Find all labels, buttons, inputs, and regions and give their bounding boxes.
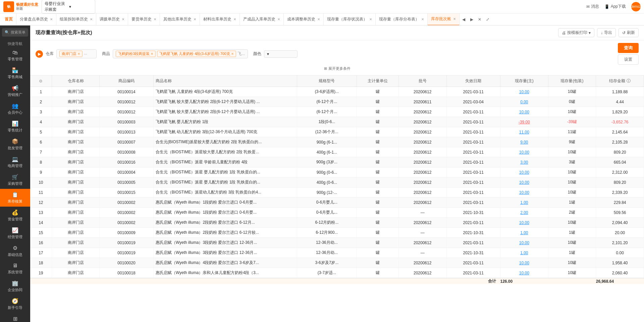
- tab-material-out[interactable]: 材料出库单历史 ✕: [200, 13, 240, 25]
- warehouse-tag-text: 南岸门店: [62, 51, 76, 56]
- cell-stock-main[interactable]: 9.00: [500, 137, 548, 147]
- cell-warehouse: 南岸门店: [52, 87, 100, 97]
- cell-stock-main[interactable]: 3.00: [500, 157, 548, 167]
- cell-stock-main[interactable]: 0.00: [500, 97, 548, 107]
- tab-close-icon[interactable]: ✕: [421, 17, 424, 21]
- tab-close-icon[interactable]: ✕: [369, 17, 372, 21]
- cell-stock-main[interactable]: 10.00: [500, 167, 548, 177]
- warehouse-tag-close-icon[interactable]: ✕: [77, 52, 80, 56]
- tab-prev-button[interactable]: ◀: [460, 13, 468, 25]
- sidebar-item-apps[interactable]: ⊞ 应用中心: [0, 313, 30, 322]
- filter-toggle-button[interactable]: ▶: [36, 50, 43, 58]
- filter-expand-row[interactable]: ⊞ 展开更多条件: [36, 65, 639, 72]
- cell-stock-main[interactable]: 10.00: [500, 268, 548, 278]
- sidebar-item-retail-shop[interactable]: 🏪 零售商城: [0, 64, 30, 82]
- message-button[interactable]: ✉ 消息: [586, 4, 599, 9]
- cell-stock-main[interactable]: 1.00: [500, 198, 548, 208]
- cell-stock-main[interactable]: 1.00: [500, 248, 548, 258]
- cell-stock-main[interactable]: 2.00: [500, 208, 548, 218]
- tab-close-icon[interactable]: ✕: [90, 17, 93, 21]
- sidebar-item-wholesale[interactable]: 📦 批发管理: [0, 136, 30, 153]
- table-row: 8 南岸门店 00100016 合生元（BIOSTIME）派星 学龄前儿童配方奶…: [30, 157, 644, 167]
- tab-fullscreen-button[interactable]: ⤢: [484, 13, 492, 25]
- color-filter-input[interactable]: ▾: [264, 50, 298, 58]
- workspace-selector[interactable]: 母婴行业演示账套 ▾: [42, 0, 95, 14]
- product-tag-close-icon[interactable]: ✕: [231, 52, 234, 56]
- cell-stock-main[interactable]: 10.00: [500, 187, 548, 198]
- tab-stock-dist[interactable]: 现存量（库存分布表） ✕: [376, 13, 428, 25]
- sidebar-item-label: 会员中心: [8, 110, 22, 115]
- sidebar-item-member[interactable]: 👥 会员中心: [0, 100, 30, 118]
- refresh-button[interactable]: ↺ 刷新: [619, 28, 639, 37]
- page-title: 现存量查询(按仓库+批次): [36, 30, 92, 36]
- sidebar-item-retail-stats[interactable]: 📊 零售统计: [0, 118, 30, 136]
- tab-label: 调拨单历史: [100, 16, 120, 22]
- product-tag-close-icon[interactable]: ✕: [151, 52, 153, 56]
- marketing-icon: 📢: [12, 85, 18, 91]
- cell-stock-main[interactable]: 10.00: [500, 177, 548, 187]
- export-button[interactable]: ↓ 导出: [597, 28, 616, 37]
- tab-other-out[interactable]: 其他出库单历史 ✕: [160, 13, 200, 25]
- query-button[interactable]: 查询: [618, 43, 639, 53]
- sidebar-item-inventory[interactable]: 📋 库存核算: [0, 189, 30, 207]
- cell-stock-main[interactable]: 10.00: [500, 238, 548, 248]
- tab-split-history[interactable]: 分量盘点单历史 ✕: [16, 13, 56, 25]
- tab-mix[interactable]: 调拨单历史 ✕: [96, 13, 128, 25]
- tab-product-in[interactable]: 产成品入库单历史 ✕: [240, 13, 284, 25]
- setting-icon[interactable]: ⚙: [39, 79, 43, 84]
- sidebar-item-purchase[interactable]: 🛒 采购管理: [0, 171, 30, 189]
- template-print-button[interactable]: 🖨 按模板打印 ▾: [558, 28, 594, 37]
- sidebar-item-enterprise[interactable]: 🏢 企业协同: [0, 277, 30, 295]
- user-avatar[interactable]: demo2: [631, 2, 641, 11]
- cell-stock-main[interactable]: 10.00: [500, 147, 548, 157]
- sidebar-item-marketing[interactable]: 📢 营销推广: [0, 82, 30, 100]
- tab-label: 库存批次账: [431, 16, 451, 22]
- sidebar-item-retail[interactable]: 🛍 零售管理: [0, 47, 30, 64]
- sidebar-item-system[interactable]: 🖥 系统管理: [0, 260, 30, 277]
- cell-stock-main[interactable]: 10.00: [500, 87, 548, 97]
- warehouse-filter-tags[interactable]: 南岸门店 ✕ ···: [56, 49, 97, 58]
- cell-num: 2: [30, 97, 52, 107]
- tab-home[interactable]: 首页: [1, 13, 16, 25]
- tab-close-current-button[interactable]: ✕: [476, 13, 484, 25]
- tab-disassembly[interactable]: 组装拆卸单历史 ✕: [56, 13, 96, 25]
- sidebar-item-operations[interactable]: 📈 经营管理: [0, 224, 30, 242]
- cell-spec: 400g (6-1...: [297, 147, 357, 157]
- tab-stock-status[interactable]: 现存量（库存状况表） ✕: [324, 13, 376, 25]
- tab-cost-adjust[interactable]: 成本调整单历史 ✕: [284, 13, 324, 25]
- tab-next-button[interactable]: ▶: [468, 13, 476, 25]
- cell-unit: 罐: [357, 258, 399, 268]
- table-header-row: ⚙ 仓库名称 商品编码 商品名称 规格型号 主计量单位 批号 失效日期 现存量(…: [30, 75, 644, 87]
- cell-expire: 2021-03-11: [446, 177, 500, 187]
- search-button[interactable]: 🔍 搜索英单: [2, 28, 28, 37]
- tab-requisition[interactable]: 要货单历史 ✕: [128, 13, 160, 25]
- product-filter-tags[interactable]: 飞鹤奶粉3段两提装 ✕ 飞鹤星飞帆 儿童奶粉 4段(3-6岁适用) 700克 ✕…: [113, 49, 248, 58]
- cell-stock-main[interactable]: 11.00: [500, 127, 548, 137]
- sidebar-item-basic[interactable]: ⚙ 基础信息: [0, 242, 30, 260]
- header-actions: 🖨 按模板打印 ▾ ↓ 导出 ↺ 刷新: [558, 28, 639, 37]
- tab-close-icon[interactable]: ✕: [233, 17, 236, 21]
- product-more[interactable]: 飞...: [237, 51, 245, 57]
- tab-close-icon[interactable]: ✕: [317, 17, 320, 21]
- sidebar-item-ecommerce[interactable]: 💻 电商管理: [0, 153, 30, 171]
- cell-stock-main[interactable]: 1.00: [500, 228, 548, 238]
- cell-stock-main[interactable]: 10.00: [500, 218, 548, 228]
- tab-close-icon[interactable]: ✕: [50, 17, 53, 21]
- cell-stock-main[interactable]: 10.00: [500, 258, 548, 268]
- tab-close-icon[interactable]: ✕: [154, 17, 156, 21]
- setting-button[interactable]: 设置: [618, 54, 639, 65]
- app-download-button[interactable]: 📱 App下载: [604, 4, 626, 9]
- cell-num: 16: [30, 238, 52, 248]
- tab-close-icon[interactable]: ✕: [122, 17, 124, 21]
- warehouse-more[interactable]: ···: [84, 52, 87, 56]
- apps-icon: ⊞: [13, 316, 17, 322]
- sidebar-item-guide[interactable]: 🧭 新手引导: [0, 295, 30, 313]
- tab-close-icon[interactable]: ✕: [194, 17, 196, 21]
- tab-batch-voucher[interactable]: 库存批次账 ✕: [428, 13, 460, 25]
- cell-stock-main[interactable]: 10.00: [500, 107, 548, 117]
- tab-close-icon[interactable]: ✕: [277, 17, 280, 21]
- cell-expire: 2021-03-11: [446, 137, 500, 147]
- sidebar-item-finance[interactable]: 💰 资金管理: [0, 207, 30, 224]
- tab-close-icon[interactable]: ✕: [453, 17, 456, 21]
- cell-stock-main[interactable]: -39.00: [500, 117, 548, 127]
